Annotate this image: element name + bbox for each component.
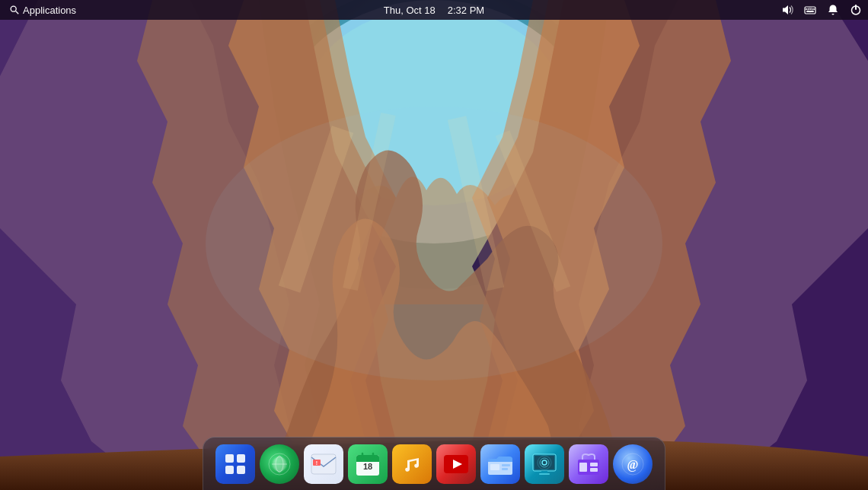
date-display: Thu, Oct 18 — [384, 5, 436, 16]
power-button[interactable] — [850, 4, 862, 16]
panel-left: Applications — [6, 3, 79, 18]
desktop — [0, 0, 868, 490]
browser-icon — [266, 450, 293, 478]
svg-line-5 — [16, 11, 19, 14]
app-grid-icon — [224, 453, 247, 476]
top-panel: Applications Thu, Oct 18 2:32 PM — [0, 0, 868, 20]
time-display: 2:32 PM — [448, 5, 484, 16]
svg-rect-42 — [539, 473, 550, 475]
calendar-icon: 18 — [355, 451, 381, 477]
dock-item-calendar[interactable]: 18 — [348, 444, 388, 484]
svg-rect-38 — [502, 468, 508, 470]
applications-button[interactable]: Applications — [6, 3, 79, 18]
dock-item-app-grid[interactable] — [215, 444, 255, 484]
svg-rect-17 — [237, 454, 245, 463]
svg-rect-36 — [490, 464, 499, 470]
volume-button[interactable] — [781, 4, 793, 16]
store-icon — [576, 452, 601, 476]
dock: ! 18 — [203, 437, 665, 490]
mail-icon: ! — [311, 453, 337, 475]
svg-point-3 — [206, 107, 662, 380]
svg-rect-16 — [225, 454, 234, 463]
dock-item-mail[interactable]: ! — [304, 444, 343, 484]
svg-text:!: ! — [316, 460, 318, 466]
bell-icon — [827, 4, 839, 16]
svg-rect-37 — [502, 464, 510, 466]
svg-rect-41 — [541, 471, 547, 473]
keyboard-button[interactable] — [804, 4, 816, 16]
keyboard-icon — [804, 4, 816, 16]
svg-rect-49 — [590, 468, 598, 472]
files-icon — [487, 453, 513, 476]
dock-item-video[interactable] — [436, 444, 476, 484]
power-icon — [850, 4, 862, 16]
applications-label: Applications — [23, 5, 76, 16]
video-icon — [443, 454, 469, 474]
wallpaper — [0, 0, 868, 490]
remote-icon — [531, 453, 557, 476]
svg-rect-18 — [225, 466, 234, 474]
notifications-button[interactable] — [827, 4, 839, 16]
search-icon — [9, 5, 20, 15]
dock-item-browser[interactable] — [260, 444, 299, 484]
panel-right — [781, 4, 862, 16]
svg-rect-19 — [237, 466, 245, 474]
svg-rect-47 — [579, 463, 587, 472]
panel-center: Thu, Oct 18 2:32 PM — [384, 5, 484, 16]
svg-text:@: @ — [627, 458, 639, 472]
dock-item-music[interactable] — [392, 444, 432, 484]
volume-icon — [781, 4, 793, 16]
svg-point-4 — [11, 6, 16, 11]
svg-rect-48 — [590, 463, 598, 466]
svg-text:18: 18 — [363, 462, 372, 471]
dock-item-email2[interactable]: @ — [613, 444, 653, 484]
email2-icon: @ — [621, 452, 645, 476]
dock-item-files[interactable] — [480, 444, 520, 484]
dock-item-remote[interactable] — [525, 444, 564, 484]
music-icon — [400, 453, 423, 476]
dock-item-store[interactable] — [569, 444, 608, 484]
